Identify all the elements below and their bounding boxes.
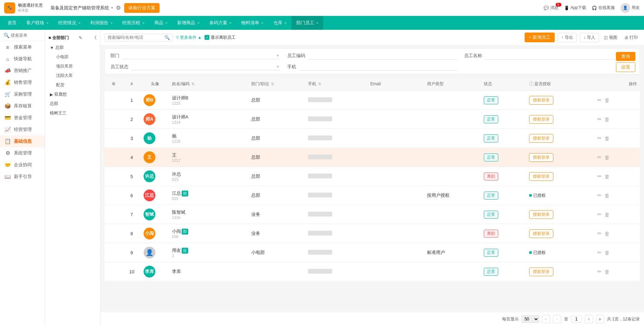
delete-icon[interactable]: 🗑 <box>605 174 610 179</box>
emp-name-input[interactable] <box>485 52 634 60</box>
user-avatar[interactable]: 👤 用友 <box>620 3 640 13</box>
next-page-button[interactable]: › <box>585 315 593 323</box>
authorize-button[interactable]: 授权登录 <box>529 229 553 238</box>
nav-tab-物料清单[interactable]: 物料清单× <box>236 16 268 30</box>
dept-item-zhishu[interactable]: 植树王三 <box>45 108 100 118</box>
sidebar-item-新手引导[interactable]: 📖新手引导 <box>0 171 45 183</box>
online-service-button[interactable]: 🎧 在线客服 <box>592 5 615 11</box>
dept-item-xiaodibu[interactable]: 小电部 <box>45 52 100 62</box>
dept-item-zongbu2[interactable]: 总部 <box>45 99 100 108</box>
edit-icon[interactable]: ✎ <box>79 35 82 41</box>
authorize-button[interactable]: 授权登录 <box>529 210 553 219</box>
col-name[interactable]: 姓名/编码 ⇅ <box>169 77 248 91</box>
edit-icon[interactable]: ✏ <box>597 211 602 218</box>
nav-tab-经营情况[interactable]: 经营情况× <box>53 16 85 30</box>
nav-tab-商品[interactable]: 商品× <box>149 16 172 30</box>
col-dept[interactable]: 部门/职位 ⇅ <box>248 77 305 91</box>
nav-tab-条码方案[interactable]: 条码方案× <box>205 16 236 30</box>
nav-tab-新增商品[interactable]: 新增商品× <box>172 16 204 30</box>
search-input[interactable] <box>11 33 45 38</box>
close-tab-icon[interactable]: × <box>165 21 167 25</box>
col-settings[interactable]: ⚙ <box>105 77 123 91</box>
nav-tab-仓库[interactable]: 仓库× <box>269 16 291 30</box>
phone-input[interactable] <box>299 63 457 71</box>
close-tab-icon[interactable]: × <box>261 21 263 25</box>
sidebar-item-营销推广[interactable]: 📣营销推广 <box>0 65 45 77</box>
nav-tab-首页[interactable]: 首页 <box>3 16 21 30</box>
close-tab-icon[interactable]: × <box>78 21 80 25</box>
close-tab-icon[interactable]: × <box>46 21 48 25</box>
dept-item-shenyangdaku[interactable]: 沈阳大库 <box>45 71 100 80</box>
close-tab-icon[interactable]: × <box>229 21 232 25</box>
query-button[interactable]: 查询 <box>616 52 635 61</box>
sidebar-item-快捷导航[interactable]: ⌂快捷导航 <box>0 53 45 65</box>
dept-item-zongbu-parent[interactable]: ▼ 总部 <box>45 43 100 52</box>
edit-icon[interactable]: ✏ <box>597 173 602 179</box>
delete-icon[interactable]: 🗑 <box>605 231 610 237</box>
delete-icon[interactable]: 🗑 <box>605 193 610 199</box>
dept-item-xiangmukufang[interactable]: 项目库房 <box>45 62 100 71</box>
sidebar-item-销售管理[interactable]: 💰销售管理 <box>0 77 45 88</box>
authorize-button[interactable]: 授权登录 <box>529 172 553 181</box>
delete-icon[interactable]: 🗑 <box>605 135 610 141</box>
edit-icon[interactable]: ✏ <box>597 116 602 122</box>
authorize-button[interactable]: 授权登录 <box>529 96 553 105</box>
nav-tab-利润报告[interactable]: 利润报告× <box>85 16 117 30</box>
col-phone[interactable]: 手机 ⇅ <box>305 77 368 91</box>
close-tab-icon[interactable]: × <box>197 21 199 25</box>
nav-tab-客户联络[interactable]: 客户联络× <box>21 16 53 30</box>
search-icon-toolbar[interactable]: 🔍 <box>164 35 170 40</box>
dept-item-shuanglu[interactable]: ▶ 双鹿想 <box>45 90 100 99</box>
close-tab-icon[interactable]: × <box>142 21 144 25</box>
dept-item-peihuo[interactable]: 配货 <box>45 80 100 90</box>
edit-icon[interactable]: ✏ <box>597 135 602 141</box>
edit-icon[interactable]: ✏ <box>597 268 602 275</box>
delete-icon[interactable]: 🗑 <box>605 212 610 218</box>
authorize-button[interactable]: 授权登录 <box>529 153 553 162</box>
edit-icon[interactable]: ✏ <box>597 249 602 256</box>
delete-icon[interactable]: 🗑 <box>605 116 610 122</box>
close-tab-icon[interactable]: × <box>316 21 318 25</box>
sidebar-item-企业协同[interactable]: 🤝企业协同 <box>0 159 45 171</box>
export-button[interactable]: ↑ 导出 <box>557 33 577 42</box>
messages-button[interactable]: 💬 消息 6 <box>544 5 559 11</box>
delete-icon[interactable]: 🗑 <box>605 269 610 275</box>
per-page-select[interactable]: 50 100 200 <box>521 315 539 323</box>
sidebar-item-库存核算[interactable]: 📦库存核算 <box>0 100 45 112</box>
first-page-button[interactable]: « <box>542 315 550 323</box>
sidebar-item-资金管理[interactable]: 💳资金管理 <box>0 112 45 124</box>
nav-tab-部门员工[interactable]: 部门员工× <box>291 16 323 30</box>
view-button[interactable]: ◫ 视图 <box>602 33 619 42</box>
sidebar-item-系统管理[interactable]: ⚙系统管理 <box>0 147 45 159</box>
set-button[interactable]: 设置 <box>616 62 635 72</box>
print-button[interactable]: 🖨 打印 <box>622 33 640 42</box>
page-number-input[interactable] <box>571 316 582 323</box>
nav-tab-经营历程[interactable]: 经营历程× <box>117 16 149 30</box>
edit-icon[interactable]: ✏ <box>597 192 602 199</box>
add-employee-button[interactable]: + 新增员工 <box>525 33 555 42</box>
dept-select[interactable]: ▾ <box>122 52 280 59</box>
authorize-button[interactable]: 授权登录 <box>529 115 553 124</box>
delete-icon[interactable]: 🗑 <box>605 97 610 103</box>
sidebar-item-基础信息[interactable]: 📋基础信息 <box>0 135 45 147</box>
edit-icon[interactable]: ✏ <box>597 230 602 237</box>
authorize-button[interactable]: 授权登录 <box>529 134 553 143</box>
collapse-icon[interactable]: 《 <box>92 35 97 41</box>
sidebar-item-经营管理[interactable]: 📈经营管理 <box>0 124 45 135</box>
more-filter-button[interactable]: ▽ 更多条件 ▲ <box>176 35 202 41</box>
authorize-button[interactable]: 授权登录 <box>529 267 553 276</box>
dropdown-arrow-icon[interactable]: ▾ <box>111 6 113 10</box>
delete-icon[interactable]: 🗑 <box>605 250 610 256</box>
import-button[interactable]: ↓ 导入 <box>580 33 599 42</box>
sidebar-item-搜索菜单[interactable]: ≡搜索菜单 <box>0 41 45 53</box>
dept-header[interactable]: ■ 全部部门 ✎ 《 <box>45 33 100 43</box>
emp-code-input[interactable] <box>308 52 457 60</box>
app-download-button[interactable]: 📱 App下载 <box>564 5 586 11</box>
prev-page-button[interactable]: ‹ <box>553 315 561 323</box>
last-page-button[interactable]: » <box>596 315 604 323</box>
gear-button[interactable]: ⚙ <box>116 5 121 11</box>
edit-icon[interactable]: ✏ <box>597 154 602 160</box>
delete-icon[interactable]: 🗑 <box>605 155 610 160</box>
close-tab-icon[interactable]: × <box>110 21 112 25</box>
emp-status-select[interactable]: ▾ <box>131 63 280 70</box>
